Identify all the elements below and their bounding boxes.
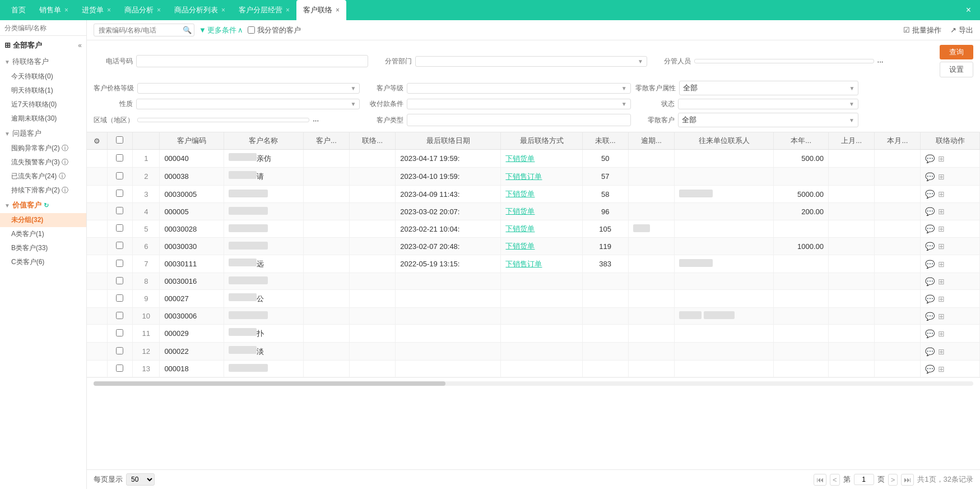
page-number-input[interactable]: [854, 474, 874, 485]
message-icon[interactable]: 💬: [925, 190, 935, 199]
export-button[interactable]: ↗ 导出: [950, 25, 973, 35]
th-settings[interactable]: ⚙: [87, 132, 107, 150]
tab-customer-tier[interactable]: 客户分层经营 ×: [232, 0, 296, 20]
row-checkbox[interactable]: [116, 172, 123, 179]
tab-customer-contact[interactable]: 客户联络 ×: [296, 0, 346, 20]
row-checkbox[interactable]: [116, 294, 123, 302]
my-customers-check[interactable]: [248, 26, 255, 34]
group-pending-contact[interactable]: ▼ 待联络客户: [0, 54, 86, 70]
row-checkbox-cell[interactable]: [107, 325, 133, 343]
region-dots-button[interactable]: ···: [313, 116, 319, 124]
grid-icon[interactable]: ⊞: [938, 207, 945, 216]
next-page-button[interactable]: >: [888, 474, 898, 486]
reset-button[interactable]: 设置: [940, 62, 973, 77]
th-this-month[interactable]: 本月...: [875, 132, 921, 150]
close-icon[interactable]: ×: [221, 6, 225, 14]
row-checkbox[interactable]: [116, 154, 123, 162]
sidebar-item-declining[interactable]: 持续下滑客户(2) ⓘ: [0, 183, 86, 197]
sidebar-item-today[interactable]: 今天待联络(0): [0, 70, 86, 84]
tab-purchase[interactable]: 进货单 ×: [75, 0, 118, 20]
message-icon[interactable]: 💬: [925, 365, 935, 373]
group-value-customers[interactable]: ▼ 价值客户 ↻: [0, 197, 86, 213]
th-type[interactable]: 客户...: [303, 132, 349, 150]
group-problem-customers[interactable]: ▼ 问题客户: [0, 126, 86, 141]
row-checkbox[interactable]: [116, 224, 123, 232]
row-checkbox-cell[interactable]: [107, 361, 133, 377]
row-checkbox[interactable]: [116, 365, 123, 372]
th-last-date[interactable]: 最后联络日期: [396, 132, 501, 150]
settings-icon[interactable]: ⚙: [94, 137, 100, 145]
sidebar-item-unassigned[interactable]: 未分组(32): [0, 213, 86, 227]
sidebar-collapse-icon[interactable]: «: [78, 41, 82, 49]
last-method-link[interactable]: 下销货单: [505, 224, 535, 233]
adv-retail-select[interactable]: 全部 ▼: [678, 113, 858, 127]
main-search-icon[interactable]: 🔍: [183, 26, 192, 34]
th-action[interactable]: 联络动作: [921, 132, 980, 150]
row-checkbox-cell[interactable]: [107, 238, 133, 255]
grid-icon[interactable]: ⊞: [938, 154, 945, 163]
close-icon[interactable]: ×: [336, 6, 340, 14]
row-checkbox-cell[interactable]: [107, 290, 133, 308]
last-method-link[interactable]: 下销货单: [505, 154, 535, 163]
sidebar-item-class-a[interactable]: A类客户(1): [0, 227, 86, 241]
grid-icon[interactable]: ⊞: [938, 329, 945, 338]
first-page-button[interactable]: ⏮: [814, 474, 826, 486]
horizontal-scrollbar[interactable]: [94, 381, 973, 386]
row-checkbox-cell[interactable]: [107, 273, 133, 290]
adv-phone-input[interactable]: [136, 55, 368, 67]
sidebar-item-overdue[interactable]: 逾期未联络(30): [0, 112, 86, 126]
main-search-input[interactable]: [99, 26, 183, 34]
grid-icon[interactable]: ⊞: [938, 365, 945, 373]
sidebar-item-class-c[interactable]: C类客户(6): [0, 255, 86, 269]
th-code[interactable]: 客户编码: [160, 132, 224, 150]
grid-icon[interactable]: ⊞: [938, 312, 945, 321]
tab-home[interactable]: 首页: [4, 0, 32, 20]
message-icon[interactable]: 💬: [925, 294, 935, 303]
message-icon[interactable]: 💬: [925, 312, 935, 321]
message-icon[interactable]: 💬: [925, 347, 935, 356]
row-checkbox[interactable]: [116, 207, 123, 214]
th-last-method[interactable]: 最后联络方式: [501, 132, 582, 150]
row-checkbox[interactable]: [116, 312, 123, 319]
sidebar-item-hoarding[interactable]: 囤购异常客户(2) ⓘ: [0, 141, 86, 155]
close-icon[interactable]: ×: [286, 6, 290, 14]
adv-dept-select[interactable]: ▼: [415, 56, 647, 67]
row-checkbox-cell[interactable]: [107, 150, 133, 168]
row-checkbox[interactable]: [116, 190, 123, 197]
select-all-checkbox[interactable]: [116, 136, 123, 144]
row-checkbox[interactable]: [116, 277, 123, 284]
th-last-month[interactable]: 上月...: [829, 132, 875, 150]
tab-product-analysis[interactable]: 商品分析 ×: [118, 0, 168, 20]
message-icon[interactable]: 💬: [925, 172, 935, 181]
th-check[interactable]: [107, 132, 133, 150]
th-name[interactable]: 客户名称: [224, 132, 303, 150]
close-icon[interactable]: ×: [107, 6, 111, 14]
last-method-link[interactable]: 下销售订单: [505, 260, 542, 268]
row-checkbox-cell[interactable]: [107, 308, 133, 325]
close-icon[interactable]: ×: [157, 6, 161, 14]
row-checkbox-cell[interactable]: [107, 343, 133, 361]
message-icon[interactable]: 💬: [925, 154, 935, 163]
adv-retail-attr-select[interactable]: 全部 ▼: [679, 81, 859, 95]
more-filters-button[interactable]: ▼ 更多条件 ∧: [199, 25, 243, 35]
row-checkbox[interactable]: [116, 260, 123, 267]
global-close-button[interactable]: ×: [962, 5, 976, 15]
row-checkbox-cell[interactable]: [107, 168, 133, 186]
row-checkbox[interactable]: [116, 329, 123, 336]
sidebar-item-7days[interactable]: 近7天待联络(0): [0, 98, 86, 112]
prev-page-button[interactable]: <: [830, 474, 840, 486]
grid-icon[interactable]: ⊞: [938, 277, 945, 286]
th-unit-contacts[interactable]: 往来单位联系人: [675, 132, 774, 150]
adv-customer-grade-select[interactable]: ▼: [407, 83, 630, 94]
tab-product-analysis-list[interactable]: 商品分析列表 ×: [168, 0, 232, 20]
grid-icon[interactable]: ⊞: [938, 242, 945, 251]
tab-sales[interactable]: 销售单 ×: [32, 0, 75, 20]
message-icon[interactable]: 💬: [925, 224, 935, 233]
adv-manager-select[interactable]: [694, 59, 874, 63]
message-icon[interactable]: 💬: [925, 329, 935, 338]
sidebar-item-class-b[interactable]: B类客户(33): [0, 241, 86, 255]
close-icon[interactable]: ×: [64, 6, 68, 14]
grid-icon[interactable]: ⊞: [938, 347, 945, 356]
message-icon[interactable]: 💬: [925, 260, 935, 269]
last-method-link[interactable]: 下销售订单: [505, 172, 542, 181]
